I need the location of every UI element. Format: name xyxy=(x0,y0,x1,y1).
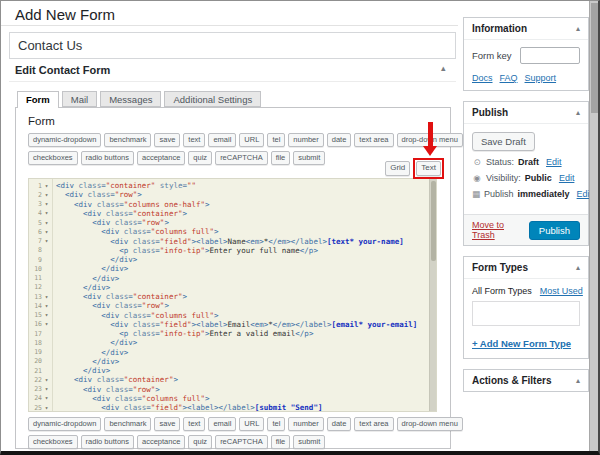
tag-button-email[interactable]: email xyxy=(208,417,236,431)
tag-button-text[interactable]: text xyxy=(183,417,205,431)
code-editor[interactable]: 1▾2▾3▾4▾5▾6▾7▾8910111213▾14▾15▾16▾171819… xyxy=(28,178,437,412)
gutter-line: 5▾ xyxy=(29,218,52,227)
annotation-arrow-icon xyxy=(423,122,437,156)
code-line: <div class="container"> xyxy=(56,292,429,301)
edit-status-link[interactable]: Edit xyxy=(546,157,562,167)
tag-button-radio-buttons[interactable]: radio buttons xyxy=(81,151,134,165)
status-icon: ⊙ xyxy=(472,157,482,167)
tag-button-save[interactable]: save xyxy=(154,417,180,431)
annotation-arrow-head xyxy=(423,146,437,156)
tag-button-url[interactable]: URL xyxy=(239,417,264,431)
tab-messages[interactable]: Messages xyxy=(100,91,161,107)
docs-link[interactable]: Docs xyxy=(472,73,493,83)
status-value: Draft xyxy=(518,157,539,167)
schedule-value: immediately xyxy=(518,189,570,199)
form-key-input[interactable] xyxy=(520,47,580,64)
collapse-icon[interactable]: ▴ xyxy=(576,108,580,117)
tag-button-text-area[interactable]: text area xyxy=(354,133,393,147)
tag-button-acceptance[interactable]: acceptance xyxy=(137,151,185,165)
tag-button-tel[interactable]: tel xyxy=(267,133,285,147)
tag-button-save[interactable]: save xyxy=(154,133,180,147)
gutter-line: 25▾ xyxy=(29,403,52,412)
tag-button-recaptcha[interactable]: reCAPTCHA xyxy=(215,151,268,165)
code-line: <div class="columns full"> xyxy=(56,394,429,403)
gutter-line: 9 xyxy=(29,255,52,264)
tag-button-text-area[interactable]: text area xyxy=(354,417,393,431)
tag-button-quiz[interactable]: quiz xyxy=(188,151,212,165)
tag-button-tel[interactable]: tel xyxy=(267,417,285,431)
edit-form-panel-title: Edit Contact Form xyxy=(15,64,110,76)
tag-button-text[interactable]: text xyxy=(183,133,205,147)
editor-code[interactable]: <div class="container" style="" <div cla… xyxy=(53,179,429,411)
tag-button-submit[interactable]: submit xyxy=(293,151,325,165)
information-panel: Information ▴ Form key DocsFAQSupport xyxy=(463,17,589,91)
edit-visibility-link[interactable]: Edit xyxy=(559,173,575,183)
tag-button-number[interactable]: number xyxy=(288,133,323,147)
window-scrollbar-thumb[interactable] xyxy=(591,3,598,113)
tag-button-submit[interactable]: submit xyxy=(293,435,325,449)
tag-button-benchmark[interactable]: benchmark xyxy=(104,133,151,147)
code-line: <div class="row"> xyxy=(56,190,429,199)
collapse-icon[interactable]: ▴ xyxy=(576,263,580,272)
collapse-icon[interactable]: ▴ xyxy=(576,376,580,385)
faq-link[interactable]: FAQ xyxy=(500,73,518,83)
collapse-icon[interactable]: ▴ xyxy=(441,63,446,73)
text-mode-button[interactable]: Text xyxy=(416,161,441,176)
tag-button-acceptance[interactable]: acceptance xyxy=(137,435,185,449)
tab-form[interactable]: Form xyxy=(17,91,59,108)
tab-additional-settings[interactable]: Additional Settings xyxy=(164,91,261,107)
tag-button-quiz[interactable]: quiz xyxy=(188,435,212,449)
code-line: </div> xyxy=(56,366,429,375)
tag-button-checkboxes[interactable]: checkboxes xyxy=(28,151,78,165)
save-draft-button[interactable]: Save Draft xyxy=(472,132,535,151)
window-scrollbar[interactable] xyxy=(589,1,598,451)
code-line: <div class="columns one-half"> xyxy=(56,200,429,209)
form-types-tab-most-used[interactable]: Most Used xyxy=(540,286,583,296)
code-line: </div> xyxy=(56,255,429,264)
editor-scrollbar-thumb[interactable] xyxy=(431,181,436,261)
form-title-input[interactable] xyxy=(9,32,456,59)
gutter-line: 12 xyxy=(29,283,52,292)
tag-button-file[interactable]: file xyxy=(271,151,291,165)
information-panel-title: Information xyxy=(472,23,527,34)
grid-mode-button[interactable]: Grid xyxy=(385,161,410,176)
code-line: <p class="info-tip">Enter your full name… xyxy=(56,246,429,255)
tag-button-checkboxes[interactable]: checkboxes xyxy=(28,435,78,449)
publish-panel: Publish ▴ Save Draft ⊙ Status: Draft Edi… xyxy=(463,101,589,246)
collapse-icon[interactable]: ▴ xyxy=(576,24,580,33)
form-types-tabs: All Form TypesMost Used xyxy=(472,286,580,296)
code-line: <div class="row"> xyxy=(56,301,429,310)
code-line: <div class="row"> xyxy=(56,218,429,227)
visibility-label: Visibility: xyxy=(486,173,521,183)
tag-button-date[interactable]: date xyxy=(327,133,352,147)
support-link[interactable]: Support xyxy=(525,73,557,83)
tag-button-dynamic-dropdown[interactable]: dynamic-dropdown xyxy=(28,417,101,431)
tag-button-number[interactable]: number xyxy=(288,417,323,431)
tag-button-benchmark[interactable]: benchmark xyxy=(104,417,151,431)
gutter-line: 7▾ xyxy=(29,237,52,246)
editor-scrollbar[interactable] xyxy=(429,179,436,411)
actions-filters-panel: Actions & Filters ▴ xyxy=(463,369,589,392)
annotation-highlight-box: Text xyxy=(413,158,444,179)
tag-toolbar-top-row-2: checkboxesradio buttonsacceptancequizreC… xyxy=(28,151,325,165)
tag-button-radio-buttons[interactable]: radio buttons xyxy=(81,435,134,449)
editor-gutter: 1▾2▾3▾4▾5▾6▾7▾8910111213▾14▾15▾16▾171819… xyxy=(29,179,53,411)
page-title: Add New Form xyxy=(15,6,115,23)
move-to-trash-link[interactable]: Move to Trash xyxy=(472,220,529,240)
tag-button-date[interactable]: date xyxy=(327,417,352,431)
tag-button-drop-down-menu[interactable]: drop-down menu xyxy=(397,417,463,431)
add-form-type-link[interactable]: + Add New Form Type xyxy=(472,338,571,349)
form-types-tab-all-form-types[interactable]: All Form Types xyxy=(472,286,532,296)
tag-button-recaptcha[interactable]: reCAPTCHA xyxy=(215,435,268,449)
tag-button-file[interactable]: file xyxy=(271,435,291,449)
tag-button-dynamic-dropdown[interactable]: dynamic-dropdown xyxy=(28,133,101,147)
status-label: Status: xyxy=(486,157,514,167)
edit-panel-divider xyxy=(9,81,456,82)
publish-button[interactable]: Publish xyxy=(529,221,580,240)
tag-button-email[interactable]: email xyxy=(208,133,236,147)
publish-panel-body: Save Draft ⊙ Status: Draft Edit ◉ Visibi… xyxy=(464,124,588,206)
form-types-list-box xyxy=(472,301,580,326)
tag-button-url[interactable]: URL xyxy=(239,133,264,147)
tab-mail[interactable]: Mail xyxy=(62,91,97,107)
gutter-line: 17 xyxy=(29,329,52,338)
